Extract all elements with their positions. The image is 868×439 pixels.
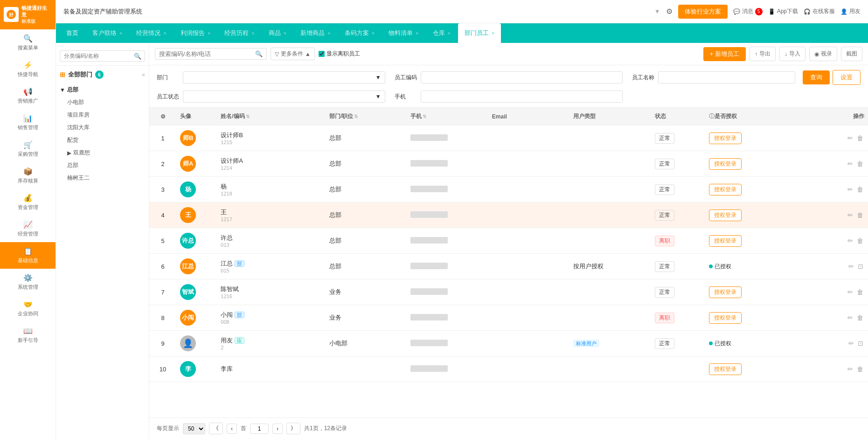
- add-employee-button[interactable]: + 新增员工: [703, 47, 746, 61]
- filter-name-input[interactable]: [658, 71, 795, 84]
- tab-new-goods[interactable]: 新增商品 ×: [294, 23, 337, 43]
- dept-search-input[interactable]: [60, 50, 145, 62]
- tab-operations[interactable]: 经营情况 ×: [130, 23, 173, 43]
- tab-profit[interactable]: 利润报告 ×: [174, 23, 217, 43]
- prev-page-btn[interactable]: ‹: [227, 424, 237, 434]
- customer-tab-close[interactable]: ×: [119, 30, 122, 36]
- row1-auth-btn[interactable]: 授权登录: [709, 132, 742, 144]
- dept-item-xiaodian[interactable]: 小电部: [56, 96, 149, 109]
- sidebar-item-system[interactable]: ⚙️ 系统管理: [0, 269, 56, 295]
- goods-tab-close[interactable]: ×: [284, 30, 286, 36]
- sidebar-item-finance[interactable]: 💰 资金管理: [0, 189, 56, 216]
- dept-collapse-btn[interactable]: «: [142, 71, 145, 78]
- row6-edit-btn[interactable]: ✏: [847, 262, 855, 271]
- row7-delete-btn[interactable]: 🗑: [856, 287, 864, 297]
- dept-item-xmku[interactable]: 项目库房: [56, 109, 149, 121]
- tab-goods[interactable]: 商品 ×: [262, 23, 293, 43]
- row4-delete-btn[interactable]: 🗑: [856, 210, 864, 220]
- row5-edit-btn[interactable]: ✏: [847, 236, 854, 245]
- row4-edit-btn[interactable]: ✏: [847, 210, 854, 220]
- query-button[interactable]: 查询: [803, 70, 830, 84]
- sidebar-item-search[interactable]: 🔍 搜索菜单: [0, 29, 56, 56]
- col-phone[interactable]: 手机 ⇅: [407, 108, 488, 125]
- next-page-btn[interactable]: ›: [272, 424, 283, 434]
- sidebar-item-basic[interactable]: 📋 基础信息: [0, 242, 56, 269]
- app-download-button[interactable]: 📱 App下载: [768, 7, 798, 15]
- row10-delete-btn[interactable]: 🗑: [856, 364, 864, 374]
- sidebar-item-operations[interactable]: 📈 经营管理: [0, 216, 56, 242]
- history-tab-close[interactable]: ×: [251, 30, 254, 36]
- filter-status-select[interactable]: ▼: [183, 91, 385, 103]
- row8-auth-btn[interactable]: 授权登录: [709, 312, 742, 324]
- dept-search-icon[interactable]: 🔍: [134, 53, 141, 60]
- barcode-tab-close[interactable]: ×: [372, 30, 375, 36]
- tab-employees[interactable]: 部门员工 ×: [458, 23, 501, 43]
- dept-item-nanshu[interactable]: 楠树王二: [56, 172, 149, 184]
- user-button[interactable]: 👤 用友: [840, 7, 861, 15]
- col-settings[interactable]: ⚙: [149, 108, 176, 125]
- row9-copy-btn[interactable]: ⊡: [857, 339, 864, 348]
- first-page-btn[interactable]: 《: [209, 423, 223, 434]
- row5-delete-btn[interactable]: 🗑: [856, 236, 864, 245]
- row10-edit-btn[interactable]: ✏: [847, 364, 854, 374]
- filter-dept-select[interactable]: ▼: [183, 71, 385, 84]
- dept-all-header[interactable]: ⊞ 全部部门 6 «: [56, 68, 149, 82]
- sidebar-item-guide[interactable]: 📖 新手引导: [0, 322, 56, 348]
- tab-history[interactable]: 经营历程 ×: [218, 23, 261, 43]
- sidebar-item-marketing[interactable]: 📢 营销推广: [0, 83, 56, 109]
- sidebar-item-sales[interactable]: 📊 销售管理: [0, 109, 56, 136]
- dept-item-zongbu-group[interactable]: ▼ 总部: [56, 84, 149, 96]
- search-input[interactable]: [159, 50, 252, 57]
- operations-tab-close[interactable]: ×: [163, 30, 166, 36]
- dept-item-shenyang[interactable]: 沈阳大库: [56, 121, 149, 134]
- page-input[interactable]: [250, 424, 269, 434]
- tab-home[interactable]: 首页: [60, 23, 85, 43]
- sidebar-item-inventory[interactable]: 📦 库存核算: [0, 162, 56, 189]
- import-button[interactable]: ↓ 导入: [779, 47, 806, 61]
- bom-tab-close[interactable]: ×: [416, 30, 418, 36]
- row10-auth-btn[interactable]: 授权登录: [709, 363, 742, 375]
- export-button[interactable]: ↑ 导出: [750, 47, 776, 61]
- tab-customer[interactable]: 客户联络 ×: [86, 23, 129, 43]
- row4-auth-btn[interactable]: 授权登录: [709, 209, 742, 221]
- dept-item-peihuo[interactable]: 配货: [56, 134, 149, 146]
- filter-phone-input[interactable]: [421, 91, 623, 103]
- row8-delete-btn[interactable]: 🗑: [856, 313, 864, 322]
- row3-auth-btn[interactable]: 授权登录: [709, 184, 742, 195]
- online-service-button[interactable]: 🎧 在线客服: [804, 7, 835, 15]
- settings-button[interactable]: ⚙: [666, 7, 673, 16]
- row9-edit-btn[interactable]: ✏: [847, 339, 855, 348]
- trial-button[interactable]: 体验行业方案: [678, 5, 728, 19]
- col-dept[interactable]: 部门/职位 ⇅: [326, 108, 407, 125]
- dropdown-arrow-icon[interactable]: ▼: [654, 8, 660, 15]
- warehouse-tab-close[interactable]: ×: [448, 30, 451, 36]
- sidebar-item-collab[interactable]: 🤝 企业协同: [0, 295, 56, 322]
- row3-delete-btn[interactable]: 🗑: [856, 185, 864, 194]
- tab-barcode[interactable]: 条码方案 ×: [338, 23, 381, 43]
- sidebar-item-quicknav[interactable]: ⚡ 快捷导航: [0, 56, 56, 83]
- row7-auth-btn[interactable]: 授权登录: [709, 286, 742, 298]
- row1-delete-btn[interactable]: 🗑: [856, 133, 864, 143]
- employees-tab-close[interactable]: ×: [492, 30, 494, 36]
- profit-tab-close[interactable]: ×: [208, 30, 210, 36]
- col-name[interactable]: 姓名/编码 ⇅: [217, 108, 326, 125]
- dept-item-shuanglu[interactable]: ▶ 双鹿想: [56, 146, 149, 159]
- new-goods-tab-close[interactable]: ×: [327, 30, 330, 36]
- settings-form-button[interactable]: 设置: [833, 70, 861, 85]
- filter-code-input[interactable]: [421, 71, 623, 84]
- row1-edit-btn[interactable]: ✏: [847, 133, 854, 143]
- tab-bom[interactable]: 物料清单 ×: [382, 23, 425, 43]
- row5-auth-btn[interactable]: 授权登录: [709, 235, 742, 247]
- search-icon[interactable]: 🔍: [255, 50, 263, 57]
- sidebar-item-purchase[interactable]: 🛒 采购管理: [0, 136, 56, 162]
- tab-warehouse[interactable]: 仓库 ×: [426, 23, 457, 43]
- row2-delete-btn[interactable]: 🗑: [856, 159, 864, 168]
- page-size-select[interactable]: 50: [183, 423, 205, 434]
- more-filter-btn[interactable]: ▽ 更多条件 ▲: [271, 48, 315, 60]
- last-page-btn[interactable]: 》: [286, 423, 300, 434]
- extra-button[interactable]: 截图: [841, 47, 862, 61]
- row2-edit-btn[interactable]: ✏: [847, 159, 854, 168]
- message-button[interactable]: 💬 消息 5: [733, 7, 763, 15]
- show-resigned-checkbox[interactable]: 显示离职员工: [319, 50, 360, 58]
- row2-auth-btn[interactable]: 授权登录: [709, 158, 742, 170]
